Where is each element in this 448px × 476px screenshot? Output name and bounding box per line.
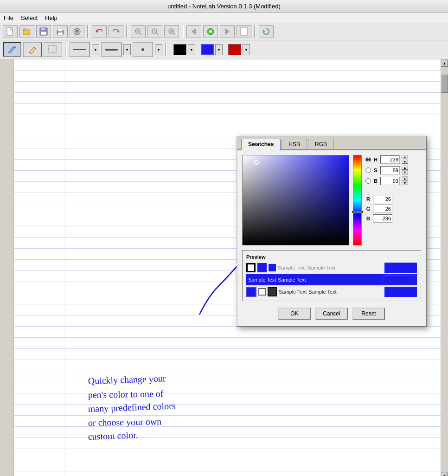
refresh-button[interactable] [259, 25, 274, 38]
svg-rect-2 [23, 29, 26, 31]
menu-select[interactable]: Select [21, 14, 38, 21]
scroll-down-arrow[interactable]: ▼ [441, 472, 448, 476]
stroke-thin-button[interactable] [70, 42, 90, 57]
color-blue-dropdown[interactable]: ▼ [215, 44, 223, 55]
b-up-btn[interactable]: ▲ [402, 176, 408, 180]
export-button[interactable] [70, 25, 84, 38]
print-button[interactable] [53, 25, 68, 38]
preview-text-light: Sample Text Sample Text [278, 265, 383, 270]
b-control-row: B ▲ ▼ [365, 176, 421, 185]
b-rgb-input[interactable] [373, 214, 392, 223]
scroll-up-arrow[interactable]: ▲ [441, 59, 448, 67]
swatch-blue-on-black[interactable] [257, 263, 267, 272]
zoom-in-button[interactable] [131, 25, 146, 38]
r-input[interactable] [373, 195, 392, 203]
svg-rect-28 [49, 45, 56, 53]
scroll-thumb[interactable] [441, 74, 448, 93]
separator-4 [254, 25, 256, 38]
tab-swatches[interactable]: Swatches [241, 139, 281, 150]
g-input[interactable] [373, 205, 392, 213]
dialog-tabs: Swatches HSB RGB [237, 137, 426, 150]
color-gradient-canvas[interactable] [242, 155, 349, 245]
pen-tool-button[interactable] [3, 42, 21, 57]
open-button[interactable] [19, 25, 34, 38]
separator-6 [165, 43, 167, 56]
h-radio[interactable] [365, 157, 371, 162]
sample-text-gray2: Sample Text [307, 265, 335, 270]
s-label: S [373, 167, 378, 173]
s-input[interactable] [380, 166, 400, 174]
svg-marker-26 [225, 29, 229, 34]
b-down-btn[interactable]: ▼ [402, 181, 408, 185]
cancel-button[interactable]: Cancel [315, 308, 348, 320]
stroke-medium-button[interactable] [101, 42, 122, 57]
svg-line-12 [140, 33, 141, 35]
save-button[interactable] [36, 25, 51, 38]
reset-button[interactable]: Reset [352, 308, 385, 320]
b-radio[interactable] [365, 178, 371, 184]
b-rgb-row: B [365, 214, 421, 223]
left-sidebar [0, 59, 14, 476]
h-spinner: ▲ ▼ [402, 155, 408, 164]
sample-text-dark-2: Sample Text [308, 289, 336, 295]
svg-rect-7 [58, 28, 63, 31]
swatch-black-border[interactable] [246, 263, 256, 272]
color-swatch-blue[interactable] [201, 44, 214, 55]
color-black-dropdown[interactable]: ▼ [188, 44, 195, 55]
h-up-btn[interactable]: ▲ [402, 155, 408, 159]
new-button[interactable] [3, 25, 18, 38]
s-up-btn[interactable]: ▲ [402, 166, 408, 170]
b-input[interactable] [380, 177, 400, 185]
forward-button[interactable] [220, 25, 235, 38]
s-down-btn[interactable]: ▼ [402, 170, 408, 174]
svg-rect-4 [41, 28, 45, 30]
redo-button[interactable] [109, 25, 123, 38]
color-picker-blue-group: ▼ [201, 44, 223, 55]
swatch-dark-3[interactable] [268, 287, 277, 296]
color-swatch-red[interactable] [228, 44, 241, 55]
svg-rect-29 [73, 49, 86, 50]
undo-button[interactable] [92, 25, 107, 38]
color-red-dropdown[interactable]: ▼ [243, 44, 250, 55]
preview-blue-block-1 [384, 263, 417, 273]
dialog-content: H ▲ ▼ S ▲ ▼ [237, 150, 426, 326]
svg-line-19 [173, 33, 175, 35]
menu-help[interactable]: Help [45, 14, 58, 21]
zoom-fit-button[interactable] [164, 25, 179, 38]
stroke-dot-button[interactable] [133, 42, 153, 57]
color-canvas-cursor [254, 160, 259, 165]
svg-line-16 [156, 33, 158, 35]
tab-hsb[interactable]: HSB [282, 139, 307, 149]
swatch-blue-large[interactable] [246, 287, 256, 297]
select-tool-button[interactable] [44, 42, 62, 57]
back-button[interactable] [186, 25, 201, 38]
stroke-thin-dropdown[interactable]: ▼ [92, 44, 99, 55]
h-input[interactable] [380, 155, 400, 164]
preview-row-2: Sample Text Sample Text [246, 274, 417, 285]
page-btn[interactable] [237, 25, 251, 38]
hue-slider[interactable] [353, 155, 362, 245]
tab-rgb[interactable]: RGB [308, 139, 334, 149]
swatch-small-3[interactable] [258, 288, 266, 296]
h-down-btn[interactable]: ▼ [402, 160, 408, 164]
g-row: G [365, 205, 421, 213]
color-swatch-black[interactable] [173, 44, 186, 55]
ok-button[interactable]: OK [278, 308, 311, 320]
menu-file[interactable]: File [4, 14, 13, 21]
stroke-dot-dropdown[interactable]: ▼ [155, 44, 162, 55]
home-button[interactable] [203, 25, 218, 38]
stroke-medium-dropdown[interactable]: ▼ [123, 44, 131, 55]
s-radio[interactable] [365, 167, 371, 173]
preview-row-3: Sample Text Sample Text [246, 287, 417, 297]
svg-text:many predefined colors: many predefined colors [88, 400, 176, 414]
zoom-out-button[interactable] [147, 25, 162, 38]
swatch-blue-small[interactable] [269, 264, 276, 271]
eraser-tool-button[interactable] [23, 42, 42, 57]
preview-blue-block-3 [384, 287, 417, 297]
dialog-buttons: OK Cancel Reset [242, 306, 421, 322]
hue-indicator [352, 211, 363, 213]
preview-row-1: Sample Text Sample Text [246, 263, 417, 273]
main-toolbar [0, 23, 448, 40]
svg-rect-27 [241, 28, 247, 35]
color-picker-controls: H ▲ ▼ S ▲ ▼ [242, 155, 421, 245]
